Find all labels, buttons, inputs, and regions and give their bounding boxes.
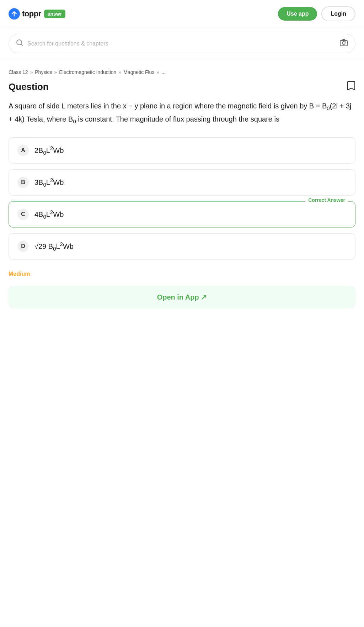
breadcrumb-magnetic-flux[interactable]: Magnetic Flux	[123, 69, 154, 75]
breadcrumb-class12[interactable]: Class 12	[9, 69, 28, 75]
options-container: A 2B0L2Wb B 3B0L2Wb Correct Answer C 4B0…	[9, 137, 355, 259]
breadcrumb-sep-2: »	[54, 69, 57, 75]
breadcrumb-physics[interactable]: Physics	[35, 69, 52, 75]
question-text: A square of side L meters lies in the x …	[9, 100, 355, 126]
bookmark-icon[interactable]	[347, 81, 355, 93]
option-c[interactable]: Correct Answer C 4B0L2Wb	[9, 201, 355, 227]
search-left: Search for questions & chapters	[16, 39, 339, 48]
option-b-letter: B	[17, 177, 29, 188]
search-bar[interactable]: Search for questions & chapters	[9, 34, 355, 53]
breadcrumb-more[interactable]: ...	[161, 69, 166, 75]
answr-badge: answr	[44, 10, 65, 18]
option-d-letter: D	[17, 241, 29, 252]
header-left: toppr answr	[9, 8, 65, 20]
toppr-logo: toppr	[9, 8, 41, 20]
header-right: Use app Login	[278, 6, 355, 21]
header: toppr answr Use app Login	[0, 0, 364, 28]
divider	[0, 59, 364, 59]
question-title: Question	[9, 81, 49, 92]
option-a[interactable]: A 2B0L2Wb	[9, 137, 355, 164]
search-icon	[16, 39, 23, 48]
camera-icon[interactable]	[339, 38, 348, 49]
breadcrumb-sep-4: »	[156, 69, 159, 75]
svg-point-4	[346, 41, 346, 42]
toppr-brand-text: toppr	[22, 9, 41, 18]
breadcrumb-sep-1: »	[30, 69, 33, 75]
main-content: Question A square of side L meters lies …	[0, 78, 364, 317]
search-placeholder-text: Search for questions & chapters	[27, 41, 108, 47]
difficulty-label: Medium	[9, 271, 355, 277]
open-in-app-button[interactable]: Open in App ↗	[9, 286, 355, 309]
option-d[interactable]: D √29 B0L2Wb	[9, 233, 355, 259]
use-app-button[interactable]: Use app	[278, 7, 317, 21]
option-c-text: 4B0L2Wb	[34, 209, 64, 220]
breadcrumb-sep-3: »	[118, 69, 121, 75]
login-button[interactable]: Login	[321, 6, 355, 21]
option-d-text: √29 B0L2Wb	[34, 241, 74, 252]
option-b[interactable]: B 3B0L2Wb	[9, 169, 355, 195]
option-a-letter: A	[17, 145, 29, 156]
breadcrumb-em-induction[interactable]: Electromagnetic Induction	[59, 69, 116, 75]
option-c-letter: C	[17, 209, 29, 220]
search-container: Search for questions & chapters	[0, 28, 364, 59]
correct-answer-label: Correct Answer	[305, 197, 348, 203]
breadcrumb: Class 12 » Physics » Electromagnetic Ind…	[0, 65, 364, 78]
svg-point-3	[342, 42, 345, 44]
toppr-icon	[9, 8, 20, 20]
question-header: Question	[9, 81, 355, 93]
option-b-text: 3B0L2Wb	[34, 177, 64, 188]
option-a-text: 2B0L2Wb	[34, 145, 64, 156]
